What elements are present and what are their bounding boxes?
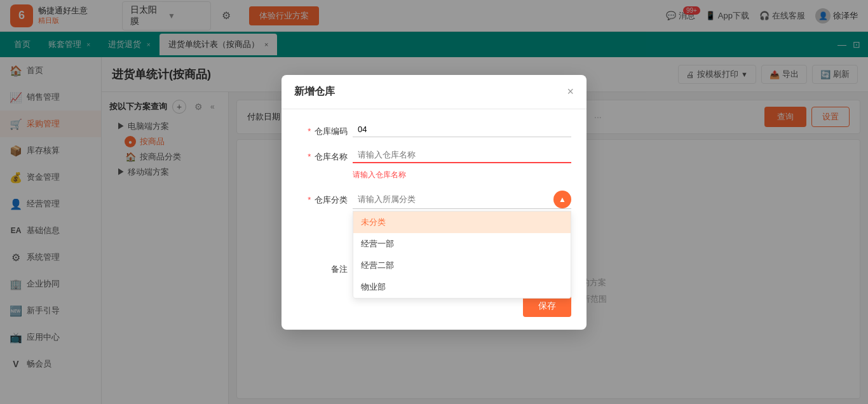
category-field-row: * 仓库分类 ▲ 未分类 经营一部 — [297, 191, 571, 209]
dropdown-item-uncategorized[interactable]: 未分类 — [353, 212, 571, 233]
modal-body: * 仓库编码 * 仓库名称 请输入仓库名称 — [281, 109, 587, 275]
name-label: * 仓库名称 — [297, 147, 348, 163]
code-input[interactable] — [353, 122, 571, 137]
category-chevron-button[interactable]: ▲ — [553, 191, 571, 208]
name-input[interactable] — [353, 147, 571, 163]
name-field-row: * 仓库名称 请输入仓库名称 — [297, 147, 571, 180]
category-wrapper: ▲ 未分类 经营一部 经营二部 物业部 — [353, 191, 571, 209]
note-label: 备注 — [297, 260, 348, 275]
code-field-row: * 仓库编码 — [297, 122, 571, 137]
modal-title: 新增仓库 — [294, 85, 335, 98]
name-error-message: 请输入仓库名称 — [353, 170, 571, 180]
dropdown-item-ops2[interactable]: 经营二部 — [353, 255, 571, 276]
dropdown-item-ops1[interactable]: 经营一部 — [353, 233, 571, 255]
save-button[interactable]: 保存 — [523, 295, 571, 317]
modal-overlay: 新增仓库 × * 仓库编码 * 仓库名称 — [0, 0, 868, 404]
category-input[interactable] — [353, 192, 553, 206]
category-label: * 仓库分类 — [297, 191, 348, 206]
add-warehouse-modal: 新增仓库 × * 仓库编码 * 仓库名称 — [281, 75, 587, 330]
category-input-row: ▲ — [353, 191, 571, 209]
category-dropdown: 未分类 经营一部 经营二部 物业部 — [353, 211, 571, 299]
modal-close-button[interactable]: × — [567, 85, 574, 98]
modal-header: 新增仓库 × — [281, 75, 587, 109]
dropdown-item-property[interactable]: 物业部 — [353, 276, 571, 298]
code-label: * 仓库编码 — [297, 122, 348, 137]
